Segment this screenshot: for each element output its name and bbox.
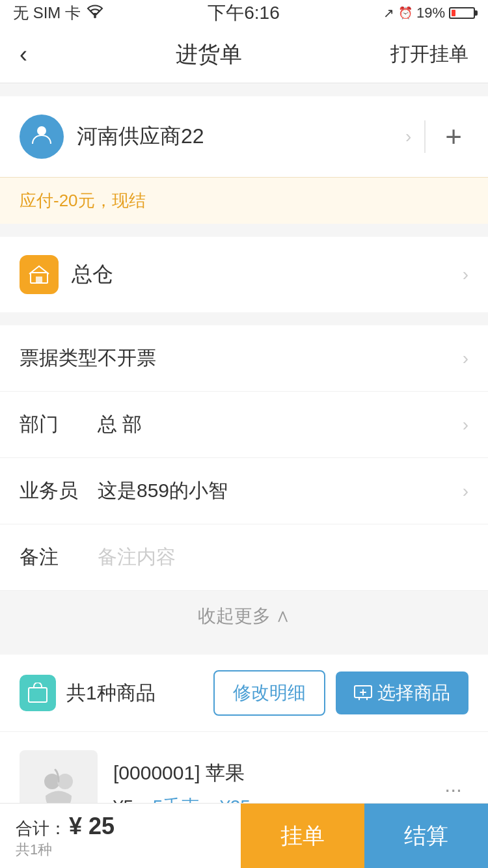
supplier-alert: 应付-20元，现结 <box>0 177 488 224</box>
supplier-section: 河南供应商22 › + 应付-20元，现结 <box>0 96 488 224</box>
svg-point-0 <box>94 16 96 18</box>
department-chevron-icon: › <box>463 414 468 435</box>
person-icon <box>30 122 53 152</box>
salesman-row[interactable]: 业务员 这是859的小智 › <box>0 458 488 524</box>
remark-row[interactable]: 备注 备注内容 <box>0 524 488 591</box>
nav-bar: ‹ 进货单 打开挂单 <box>0 26 488 83</box>
suspend-button[interactable]: 挂单 <box>241 804 364 868</box>
gap-1 <box>0 83 488 96</box>
product-more-button[interactable]: ··· <box>438 771 468 808</box>
page-title: 进货单 <box>176 40 242 70</box>
status-right: ↗ ⏰ 19% <box>383 5 475 21</box>
department-label: 部门 <box>20 411 98 438</box>
warehouse-name: 总仓 <box>72 260 463 289</box>
ticket-type-label: 票据类型 <box>20 345 98 372</box>
supplier-avatar <box>20 115 64 159</box>
add-supplier-button[interactable]: + <box>439 120 468 153</box>
wifi-icon <box>86 4 104 22</box>
department-row[interactable]: 部门 总 部 › <box>0 392 488 458</box>
fields-section: 票据类型 不开票 › 部门 总 部 › 业务员 这是859的小智 › 备注 备注… <box>0 325 488 591</box>
gap-3 <box>0 312 488 325</box>
supplier-name: 河南供应商22 <box>77 122 405 151</box>
svg-rect-3 <box>36 277 42 283</box>
bottom-bar: 合计： ¥ 25 共1种 挂单 结算 <box>0 803 488 868</box>
product-icon <box>20 675 56 711</box>
product-code: [0000001] <box>113 762 200 783</box>
select-product-label: 选择商品 <box>377 681 450 705</box>
supplier-row[interactable]: 河南供应商22 › + <box>0 96 488 177</box>
back-button[interactable]: ‹ <box>20 41 27 68</box>
salesman-chevron-icon: › <box>463 481 468 502</box>
total-count: 共1种 <box>16 840 225 860</box>
collapse-label: 收起更多 ∧ <box>198 606 291 626</box>
remark-input[interactable]: 备注内容 <box>98 544 468 571</box>
department-value: 总 部 <box>98 411 463 438</box>
edit-detail-button[interactable]: 修改明细 <box>213 670 325 716</box>
total-amount: ¥ 25 <box>69 813 115 840</box>
supplier-divider <box>424 120 426 153</box>
carrier-text: 无 SIM 卡 <box>13 3 81 23</box>
product-count: 共1种商品 <box>66 680 213 707</box>
gap-2 <box>0 224 488 237</box>
battery-icon <box>449 7 475 19</box>
svg-rect-4 <box>29 688 47 702</box>
select-product-button[interactable]: 选择商品 <box>336 671 468 714</box>
checkout-button[interactable]: 结算 <box>364 804 488 868</box>
remark-label: 备注 <box>20 544 98 571</box>
warehouse-row[interactable]: 总仓 › <box>0 237 488 312</box>
chevron-right-icon: › <box>405 126 411 147</box>
collapse-bar[interactable]: 收起更多 ∧ <box>0 591 488 642</box>
product-name: [0000001] 苹果 <box>113 760 422 787</box>
warehouse-icon <box>20 255 59 294</box>
svg-point-7 <box>57 774 73 789</box>
product-title: 苹果 <box>206 762 245 783</box>
alarm-icon: ⏰ <box>398 6 413 20</box>
ticket-chevron-icon: › <box>463 348 468 369</box>
warehouse-section: 总仓 › <box>0 237 488 312</box>
ticket-type-value: 不开票 <box>98 345 463 372</box>
total-label: 合计： <box>16 817 66 840</box>
product-header: 共1种商品 修改明细 选择商品 <box>0 655 488 732</box>
location-icon: ↗ <box>383 5 394 21</box>
status-bar: 无 SIM 卡 下午6:16 ↗ ⏰ 19% <box>0 0 488 26</box>
ticket-type-row[interactable]: 票据类型 不开票 › <box>0 325 488 392</box>
salesman-label: 业务员 <box>20 478 98 504</box>
salesman-value: 这是859的小智 <box>98 478 463 504</box>
open-pending-button[interactable]: 打开挂单 <box>390 41 468 68</box>
svg-point-1 <box>37 126 46 135</box>
time-display: 下午6:16 <box>208 1 280 25</box>
battery-percent: 19% <box>416 5 445 21</box>
warehouse-chevron-icon: › <box>463 264 468 285</box>
gap-4 <box>0 642 488 655</box>
status-left: 无 SIM 卡 <box>13 3 104 23</box>
total-section: 合计： ¥ 25 共1种 <box>0 804 241 868</box>
